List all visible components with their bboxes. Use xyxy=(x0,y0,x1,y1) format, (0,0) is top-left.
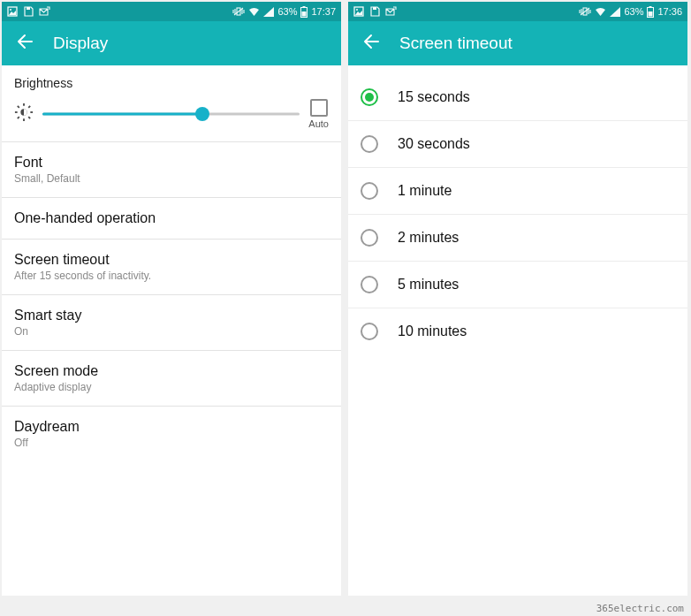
radio-label: 1 minute xyxy=(398,183,452,199)
list-item-title: Font xyxy=(14,155,329,171)
battery-icon xyxy=(300,6,308,18)
notification-save-icon xyxy=(369,6,380,17)
list-item[interactable]: Screen modeAdaptive display xyxy=(2,350,341,406)
notification-save-icon xyxy=(23,6,34,17)
list-item-title: Screen mode xyxy=(14,363,329,379)
svg-point-18 xyxy=(356,9,358,11)
brightness-row: Auto xyxy=(2,94,341,141)
auto-brightness-checkbox[interactable] xyxy=(310,99,328,117)
wifi-icon xyxy=(248,7,260,17)
radio-label: 15 seconds xyxy=(398,89,470,105)
wifi-icon xyxy=(595,7,606,17)
display-content: Brightness Auto FontSmall, Defau xyxy=(2,65,341,596)
appbar-timeout: Screen timeout xyxy=(348,21,687,65)
notification-mail-icon xyxy=(39,6,50,17)
list-item-title: Screen timeout xyxy=(14,252,329,268)
list-item[interactable]: Smart stayOn xyxy=(2,294,341,350)
timeout-content: 15 seconds30 seconds1 minute2 minutes5 m… xyxy=(348,65,687,596)
radio-label: 5 minutes xyxy=(398,277,459,293)
svg-rect-24 xyxy=(649,11,653,17)
svg-point-1 xyxy=(10,9,11,11)
radio-icon[interactable] xyxy=(361,135,378,153)
status-bar: 63% 17:37 xyxy=(2,2,341,21)
list-item-sub: Adaptive display xyxy=(14,381,329,393)
radio-label: 30 seconds xyxy=(398,136,470,152)
signal-icon xyxy=(610,7,620,17)
vibrate-icon xyxy=(579,6,591,17)
radio-item[interactable]: 15 seconds xyxy=(348,74,687,121)
list-item-sub: On xyxy=(14,325,329,338)
notification-image-icon xyxy=(353,6,364,17)
list-item-sub: After 15 seconds of inactivity. xyxy=(14,270,329,282)
appbar-title: Display xyxy=(53,34,108,53)
radio-icon[interactable] xyxy=(361,229,378,247)
clock: 17:37 xyxy=(311,6,336,17)
svg-rect-2 xyxy=(27,7,30,10)
list-item-title: Smart stay xyxy=(14,308,329,323)
signal-icon xyxy=(263,7,274,17)
svg-rect-7 xyxy=(302,11,307,17)
brightness-slider[interactable] xyxy=(42,103,300,125)
radio-item[interactable]: 10 minutes xyxy=(348,308,687,354)
list-item-sub: Small, Default xyxy=(14,172,329,185)
clock: 17:36 xyxy=(657,6,682,17)
brightness-label: Brightness xyxy=(2,65,341,94)
svg-line-14 xyxy=(28,117,30,118)
watermark: 365electric.com xyxy=(596,603,684,614)
svg-line-16 xyxy=(28,106,30,108)
battery-pct: 63% xyxy=(277,6,297,17)
svg-line-15 xyxy=(18,117,19,118)
appbar-title: Screen timeout xyxy=(399,34,513,53)
svg-rect-19 xyxy=(373,7,376,10)
status-bar: 63% 17:36 xyxy=(348,2,687,21)
radio-icon[interactable] xyxy=(361,182,378,200)
battery-pct: 63% xyxy=(624,6,643,17)
radio-item[interactable]: 2 minutes xyxy=(348,215,687,262)
list-item-sub: Off xyxy=(14,437,329,449)
list-item[interactable]: Screen timeoutAfter 15 seconds of inacti… xyxy=(2,239,341,294)
radio-item[interactable]: 30 seconds xyxy=(348,121,687,168)
radio-label: 2 minutes xyxy=(398,230,459,246)
list-item[interactable]: DaydreamOff xyxy=(2,406,341,461)
radio-icon[interactable] xyxy=(361,323,378,340)
back-icon[interactable] xyxy=(14,32,34,56)
appbar-display: Display xyxy=(2,21,341,65)
list-item-title: One-handed operation xyxy=(14,210,329,226)
list-item-title: Daydream xyxy=(14,419,329,435)
brightness-icon xyxy=(14,103,34,125)
auto-brightness-label: Auto xyxy=(308,118,329,129)
radio-label: 10 minutes xyxy=(398,323,467,339)
screen-display: 63% 17:37 Display Brightness xyxy=(2,2,341,596)
battery-icon xyxy=(647,6,654,18)
radio-item[interactable]: 5 minutes xyxy=(348,262,687,308)
list-item[interactable]: One-handed operation xyxy=(2,197,341,239)
screen-timeout: 63% 17:36 Screen timeout 15 seconds30 se… xyxy=(348,2,687,596)
radio-item[interactable]: 1 minute xyxy=(348,168,687,215)
svg-line-13 xyxy=(18,106,19,108)
vibrate-icon xyxy=(232,6,245,17)
radio-icon[interactable] xyxy=(361,276,378,293)
notification-image-icon xyxy=(7,6,18,17)
radio-icon[interactable] xyxy=(361,88,378,106)
back-icon[interactable] xyxy=(361,32,380,56)
list-item[interactable]: FontSmall, Default xyxy=(2,141,341,197)
notification-mail-icon xyxy=(385,6,397,17)
